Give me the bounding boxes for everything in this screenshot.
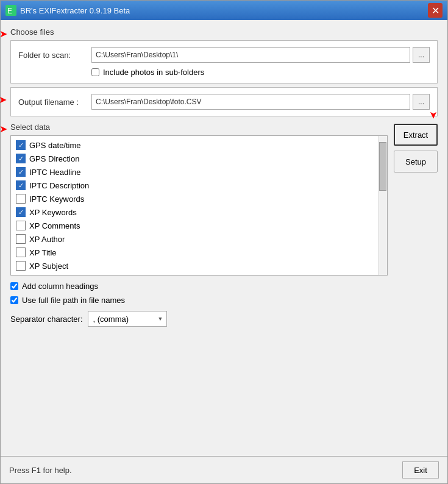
extract-button[interactable]: Extract	[394, 124, 438, 146]
close-button[interactable]: ✕	[428, 3, 443, 18]
arrow-select-data: ➤	[0, 123, 7, 135]
separator-label: Separator character:	[10, 315, 83, 324]
use-full-path-row: Use full file path in file names	[10, 296, 388, 305]
arrow-extract: ➤	[428, 111, 439, 119]
window-title: BR's EXIFextracter 0.9.19 Beta	[20, 6, 428, 15]
item-label-xp-author: XP Author	[29, 235, 65, 244]
list-item[interactable]: XP Comments	[11, 219, 379, 232]
item-label-xp-title: XP Title	[29, 248, 57, 257]
main-window: E BR's EXIFextracter 0.9.19 Beta ✕ Choos…	[0, 0, 448, 484]
include-subfolders-checkbox[interactable]	[91, 68, 99, 76]
checkbox-xp-keywords[interactable]: ✓	[16, 207, 26, 217]
exit-button[interactable]: Exit	[402, 461, 439, 479]
options-section: Add column headings Use full file path i…	[10, 280, 388, 327]
item-label-xp-comments: XP Comments	[29, 221, 80, 230]
folder-browse-button[interactable]: ...	[413, 47, 430, 63]
list-item[interactable]: ✓ GPS date/time	[11, 138, 379, 152]
extract-btn-wrapper: ➤ Extract	[394, 124, 438, 146]
item-label-xp-keywords: XP Keywords	[29, 208, 77, 217]
use-full-path-checkbox[interactable]	[10, 296, 18, 304]
scrollbar-track[interactable]	[379, 136, 387, 275]
folder-scan-input[interactable]	[91, 47, 410, 63]
add-column-headings-row: Add column headings	[10, 282, 388, 291]
checklist-inner: ✓ GPS date/time ✓ GPS Direction ✓ IPTC H…	[11, 136, 379, 275]
include-subfolders-label[interactable]: Include photos in sub-folders	[103, 68, 204, 77]
checkbox-iptc-headline[interactable]: ✓	[16, 167, 26, 177]
list-item[interactable]: ✓ GPS Direction	[11, 152, 379, 165]
app-icon: E	[5, 5, 16, 16]
item-label-xp-subject: XP Subject	[29, 262, 68, 271]
output-browse-button[interactable]: ...	[413, 94, 430, 110]
checkbox-xp-subject[interactable]	[16, 261, 26, 271]
help-text: Press F1 for help.	[9, 466, 72, 475]
list-item[interactable]: ✓ IPTC Headline	[11, 165, 379, 179]
item-label-gps-direction: GPS Direction	[29, 154, 79, 163]
separator-select-wrapper: , (comma) ; (semicolon) \t (tab) | (pipe…	[88, 311, 167, 327]
item-label-iptc-keywords: IPTC Keywords	[29, 194, 84, 204]
checkbox-xp-comments[interactable]	[16, 221, 26, 230]
use-full-path-label[interactable]: Use full file path in file names	[22, 296, 125, 305]
left-panel: Select data ➤ ✓ GPS date/time ✓	[10, 123, 388, 449]
choose-files-label: Choose files ➤	[10, 27, 438, 37]
list-item[interactable]: XP Title	[11, 246, 379, 259]
list-item[interactable]: XP Author	[11, 232, 379, 246]
choose-files-box: Folder to scan: ... Include photos in su…	[10, 40, 438, 84]
list-item[interactable]: ➤ ✓ XP Keywords	[11, 205, 379, 219]
add-column-headings-checkbox[interactable]	[10, 282, 18, 290]
checklist-container: ✓ GPS date/time ✓ GPS Direction ✓ IPTC H…	[10, 135, 388, 276]
folder-scan-row: Folder to scan: ...	[18, 47, 430, 63]
add-column-headings-label[interactable]: Add column headings	[22, 282, 98, 291]
item-label-iptc-description: IPTC Description	[29, 181, 89, 190]
arrow-choose-files: ➤	[0, 28, 7, 40]
output-filename-row: Output filename : ...	[18, 94, 430, 110]
svg-text:E: E	[7, 7, 12, 15]
output-filename-label: Output filename :	[18, 98, 91, 107]
status-bar: Press F1 for help. Exit	[1, 456, 447, 483]
list-item[interactable]: XP Subject	[11, 259, 379, 272]
choose-files-section: Choose files ➤ Folder to scan: ... Inclu…	[10, 27, 438, 123]
checkbox-iptc-description[interactable]: ✓	[16, 180, 26, 190]
checkbox-gps-datetime[interactable]: ✓	[16, 140, 26, 150]
right-panel: ➤ Extract Setup	[394, 123, 438, 449]
folder-scan-label: Folder to scan:	[18, 51, 91, 60]
checkbox-gps-direction[interactable]: ✓	[16, 154, 26, 163]
select-data-label: Select data ➤	[10, 123, 388, 132]
setup-button[interactable]: Setup	[394, 151, 438, 173]
content-area: Choose files ➤ Folder to scan: ... Inclu…	[1, 20, 447, 456]
list-item[interactable]: IPTC Keywords	[11, 192, 379, 205]
item-label-iptc-headline: IPTC Headline	[29, 168, 81, 177]
separator-select[interactable]: , (comma) ; (semicolon) \t (tab) | (pipe…	[88, 311, 167, 327]
checkbox-iptc-keywords[interactable]	[16, 194, 26, 204]
title-bar: E BR's EXIFextracter 0.9.19 Beta ✕	[1, 1, 447, 20]
checkbox-xp-author[interactable]	[16, 234, 26, 244]
scrollbar-thumb[interactable]	[379, 142, 386, 191]
main-area: Select data ➤ ✓ GPS date/time ✓	[10, 123, 438, 449]
checkbox-xp-title[interactable]	[16, 247, 26, 257]
item-label-gps-datetime: GPS date/time	[29, 141, 81, 150]
include-subfolders-row: Include photos in sub-folders	[91, 68, 430, 77]
arrow-output: ➤	[0, 94, 7, 105]
list-item[interactable]: ✓ IPTC Description	[11, 179, 379, 192]
separator-row: Separator character: , (comma) ; (semico…	[10, 311, 388, 327]
output-box: ➤ Output filename : ...	[10, 87, 438, 116]
output-filename-input[interactable]	[91, 94, 410, 110]
